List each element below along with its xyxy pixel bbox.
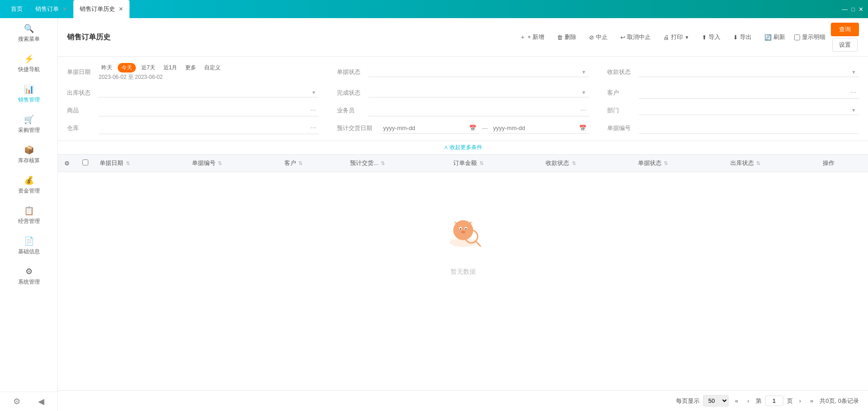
- query-button[interactable]: 查询: [831, 23, 859, 36]
- delivery-status-select[interactable]: ▼: [99, 88, 319, 97]
- search-menu-icon: 🔍: [24, 24, 34, 34]
- filter-order-number: 单据编号: [607, 123, 859, 134]
- date-1month[interactable]: 近1月: [161, 63, 180, 73]
- new-button[interactable]: ＋ + 新增: [516, 31, 548, 43]
- sidebar-item-sales[interactable]: 📊 销售管理: [0, 79, 58, 109]
- sidebar-item-system[interactable]: ⚙ 系统管理: [0, 261, 58, 291]
- next-page-button[interactable]: ›: [796, 396, 804, 405]
- date-custom[interactable]: 自定义: [201, 63, 223, 73]
- cancel-stop-button[interactable]: ↩ 取消中止: [617, 31, 654, 43]
- expected-date-end[interactable]: 📅: [490, 123, 589, 134]
- last-page-button[interactable]: »: [807, 396, 816, 405]
- th-payment-status[interactable]: 收款状态 ⇅: [540, 155, 633, 172]
- date-range: 2023-06-02 至 2023-06-02: [99, 73, 223, 81]
- product-input[interactable]: ···: [99, 104, 319, 116]
- pagination: 每页显示 50 10 20 100 « ‹ 第 页 › » 共0页, 0条记录: [58, 390, 868, 411]
- sidebar-item-operations[interactable]: 📋 经营管理: [0, 200, 58, 231]
- order-status-select[interactable]: ▼: [369, 68, 589, 77]
- date-7days[interactable]: 近7天: [139, 63, 158, 73]
- tab-home[interactable]: 首页: [5, 0, 29, 18]
- select-all-checkbox[interactable]: [82, 160, 88, 165]
- filter-customer: 客户 ···: [607, 87, 859, 99]
- sidebar-item-quicknav[interactable]: ⚡ 快捷导航: [0, 48, 58, 79]
- filter-payment-status: 收款状态 ▼: [607, 68, 859, 77]
- th-delivery-status[interactable]: 出库状态 ⇅: [725, 155, 817, 172]
- sidebar-item-purchase[interactable]: 🛒 采购管理: [0, 109, 58, 140]
- expected-date-start[interactable]: 📅: [380, 123, 479, 134]
- filter-expected-date: 预计交货日期 📅 — 📅: [337, 123, 589, 134]
- order-number-text-input[interactable]: [642, 125, 856, 131]
- restore-button[interactable]: □: [851, 6, 855, 13]
- filter-delivery-status: 出库状态 ▼: [67, 88, 319, 97]
- page-label-before: 第: [756, 397, 762, 405]
- refresh-button[interactable]: 🔄 刷新: [761, 31, 789, 43]
- export-button[interactable]: ⬇ 导出: [729, 31, 755, 43]
- sidebar-item-operations-label: 经营管理: [18, 218, 40, 225]
- display-detail-input[interactable]: [794, 34, 800, 40]
- filter-order-status: 单据状态 ▼: [337, 68, 589, 77]
- calendar-start-icon[interactable]: 📅: [469, 125, 476, 131]
- department-select[interactable]: ▼: [639, 106, 859, 115]
- sidebar-collapse-icon[interactable]: ◀: [38, 396, 44, 406]
- minimize-button[interactable]: —: [842, 6, 848, 13]
- print-icon: 🖨: [663, 34, 669, 41]
- sidebar-item-search[interactable]: 🔍 搜索菜单: [0, 18, 58, 48]
- th-order-status[interactable]: 单据状态 ⇅: [633, 155, 725, 172]
- display-detail-checkbox[interactable]: 显示明细: [794, 33, 825, 41]
- inventory-icon: 📦: [24, 145, 34, 155]
- sidebar-item-finance[interactable]: 💰 资金管理: [0, 170, 58, 200]
- collapse-bar[interactable]: ∧ 收起更多条件: [58, 141, 868, 155]
- page-header: 销售订单历史 ＋ + 新增 🗑 删除 ⊘ 中止 ↩ 取消中止: [58, 18, 868, 57]
- date-yesterday[interactable]: 昨天: [99, 63, 115, 73]
- th-order-num[interactable]: 单据编号 ⇅: [187, 155, 279, 172]
- tab-sales-order[interactable]: 销售订单 ✕: [29, 0, 73, 18]
- page-size-select[interactable]: 50 10 20 100: [703, 395, 729, 406]
- import-button[interactable]: ⬆ 导入: [698, 31, 724, 43]
- th-expected-delivery[interactable]: 预计交货... ⇅: [345, 155, 448, 172]
- sidebar: 🔍 搜索菜单 ⚡ 快捷导航 📊 销售管理 🛒 采购管理 📦 库存核算 💰 资金管…: [0, 18, 58, 411]
- th-date[interactable]: 单据日期 ⇅: [94, 155, 187, 172]
- sidebar-item-finance-label: 资金管理: [18, 187, 40, 195]
- th-customer[interactable]: 客户 ⇅: [279, 155, 345, 172]
- page-label-after: 页: [787, 397, 793, 405]
- date-today[interactable]: 今天: [118, 63, 136, 73]
- tab-sales-order-history[interactable]: 销售订单历史 ✕: [73, 0, 129, 18]
- sidebar-item-inventory[interactable]: 📦 库存核算: [0, 140, 58, 170]
- setting-button[interactable]: 设置: [832, 38, 858, 52]
- sidebar-item-purchase-label: 采购管理: [18, 126, 40, 134]
- sidebar-item-basic-info[interactable]: 📄 基础信息: [0, 231, 58, 261]
- first-page-button[interactable]: «: [732, 396, 741, 405]
- warehouse-input[interactable]: ···: [99, 122, 319, 134]
- date-more[interactable]: 更多: [182, 63, 199, 73]
- svg-line-8: [476, 242, 480, 246]
- customer-label: 客户: [607, 89, 639, 97]
- sidebar-item-quicknav-label: 快捷导航: [18, 66, 40, 73]
- delete-icon: 🗑: [557, 34, 563, 41]
- close-sales-order-tab[interactable]: ✕: [62, 6, 67, 12]
- print-button[interactable]: 🖨 打印 ▼: [660, 31, 693, 43]
- payment-status-select[interactable]: ▼: [639, 68, 859, 77]
- calendar-end-icon[interactable]: 📅: [579, 125, 586, 131]
- complete-status-select[interactable]: ▼: [369, 88, 589, 97]
- svg-point-6: [461, 231, 465, 233]
- current-page-input[interactable]: [765, 396, 783, 406]
- close-button[interactable]: ✕: [858, 6, 863, 13]
- close-sales-order-history-tab[interactable]: ✕: [119, 6, 123, 12]
- stop-button[interactable]: ⊘ 中止: [585, 31, 611, 43]
- th-checkbox[interactable]: [76, 155, 94, 172]
- salesperson-input[interactable]: ···: [369, 104, 589, 116]
- sidebar-settings-icon[interactable]: ⚙: [13, 396, 20, 406]
- order-amount-sort-icon: ⇅: [480, 160, 484, 166]
- th-settings[interactable]: ⚙: [58, 155, 76, 172]
- delete-button[interactable]: 🗑 删除: [553, 31, 580, 43]
- order-status-arrow-icon: ▼: [581, 69, 586, 75]
- customer-dots-icon: ···: [850, 88, 856, 97]
- order-number-label: 单据编号: [607, 124, 639, 132]
- th-order-amount[interactable]: 订单金额 ⇅: [448, 155, 540, 172]
- order-number-input[interactable]: [639, 123, 859, 134]
- expected-date-end-input[interactable]: [493, 125, 534, 131]
- prev-page-button[interactable]: ‹: [744, 396, 752, 405]
- sidebar-item-inventory-label: 库存核算: [18, 157, 40, 164]
- expected-date-start-input[interactable]: [383, 125, 424, 131]
- customer-input[interactable]: ···: [639, 87, 859, 99]
